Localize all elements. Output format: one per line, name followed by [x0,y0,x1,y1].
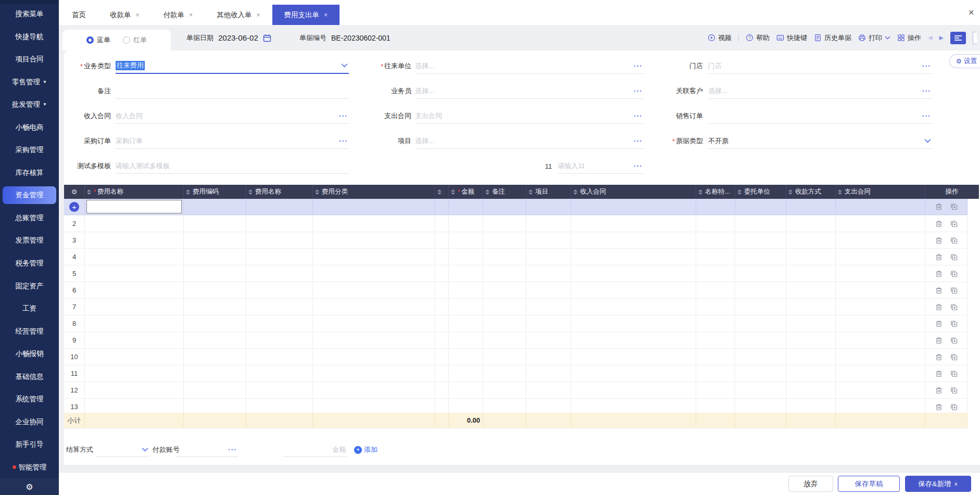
cell[interactable] [786,349,836,365]
cell[interactable] [449,315,483,332]
cell[interactable] [571,265,696,282]
cell[interactable] [571,299,696,315]
tab-首页[interactable]: 首页 [60,5,98,25]
delete-row-icon[interactable] [935,253,943,261]
calendar-icon[interactable] [263,34,271,42]
cell[interactable] [85,315,184,332]
delete-row-icon[interactable] [935,353,943,361]
sort-icon[interactable] [315,189,319,195]
table-row[interactable]: 2 [64,215,968,232]
sort-icon[interactable] [838,189,842,195]
cell[interactable] [836,315,925,332]
cell[interactable] [483,265,526,282]
cell[interactable] [313,282,435,298]
cell[interactable] [735,215,786,232]
toolbar-play-circle[interactable]: 视频 [708,33,732,43]
sort-icon[interactable] [573,189,577,195]
cell[interactable] [313,399,435,413]
cell[interactable] [483,232,526,248]
cell[interactable] [696,332,735,348]
invoice-type-select[interactable]: 不开票 [708,133,932,149]
cell[interactable] [836,299,925,315]
cell[interactable] [735,232,786,248]
sidebar-item[interactable]: 固定资产 [0,277,59,295]
cell[interactable] [449,332,483,348]
sidebar-item[interactable]: 经营管理 [0,323,59,340]
multi-template-input[interactable]: 请输入测试多模板 [116,158,349,174]
table-row[interactable]: 4 [64,249,968,265]
cell[interactable] [246,282,313,298]
cell[interactable] [526,382,571,398]
cell[interactable] [735,265,786,282]
cell[interactable] [735,332,786,348]
sort-icon[interactable] [437,189,442,195]
cell[interactable] [483,382,526,398]
cell[interactable] [836,399,925,413]
cell[interactable] [435,382,449,398]
tab-付款单[interactable]: 付款单× [152,5,205,25]
cell[interactable] [313,332,435,348]
cell[interactable] [435,399,449,413]
cell[interactable] [526,315,571,332]
cell[interactable] [571,399,696,413]
col-header-payment-method[interactable]: 收款方式 [786,185,836,199]
cell[interactable] [313,315,435,332]
cell[interactable] [735,299,786,315]
tab-close-icon[interactable]: × [136,11,140,19]
cell[interactable] [526,399,571,413]
cell[interactable] [735,365,786,382]
cell[interactable] [696,365,735,382]
cell[interactable] [435,315,449,332]
sidebar-item[interactable]: 项目合同 [0,50,59,68]
cell[interactable] [735,315,786,332]
sort-icon[interactable] [248,189,253,195]
sort-icon[interactable] [87,189,91,195]
cell[interactable] [184,349,246,365]
cell[interactable] [246,315,313,332]
toolbar-question-circle[interactable]: ?帮助 [746,33,770,43]
cell[interactable] [836,249,925,265]
copy-row-icon[interactable] [950,253,958,261]
cell[interactable] [483,349,526,365]
toolbar-history-doc[interactable]: 历史单据 [814,33,851,43]
delete-row-icon[interactable] [935,237,943,244]
cell[interactable] [483,299,526,315]
cell[interactable] [526,349,571,365]
sales-order-input[interactable]: ··· [708,108,932,124]
ellipsis-picker-icon[interactable]: ··· [634,162,643,170]
cell[interactable] [313,349,435,365]
cell[interactable] [246,265,313,282]
delete-row-icon[interactable] [935,370,943,377]
copy-row-icon[interactable] [950,353,958,361]
ellipsis-picker-icon[interactable]: ··· [922,112,931,120]
cell[interactable] [836,282,925,298]
cell[interactable] [696,299,735,315]
cell[interactable] [696,315,735,332]
cell[interactable] [85,349,184,365]
table-row[interactable]: 10 [64,349,968,365]
col-header-entrusted-unit[interactable]: 委托单位 [735,185,786,199]
cell[interactable] [246,249,313,265]
tab-close-icon[interactable]: × [257,11,260,19]
cell[interactable] [85,215,184,232]
purchase-order-input[interactable]: 采购订单 ··· [116,133,349,149]
sort-icon[interactable] [698,189,702,195]
copy-row-icon[interactable] [950,237,958,244]
income-contract-input[interactable]: 收入合同 ··· [116,108,349,124]
table-row[interactable]: 9 [64,332,968,349]
cell[interactable] [435,232,449,248]
cell[interactable] [246,232,313,248]
payment-amount-input[interactable]: 金额 [283,442,348,457]
col-header-project[interactable]: 项目 [526,185,571,199]
cell[interactable] [85,399,184,413]
sidebar-item[interactable]: 搜索菜单 [0,5,59,23]
table-row[interactable]: 12 [64,382,968,399]
cell[interactable] [571,349,696,365]
cell[interactable] [313,215,435,232]
cell[interactable] [735,349,786,365]
cell[interactable] [85,332,184,348]
chevron-down-icon[interactable] [924,138,931,143]
cell[interactable] [435,332,449,348]
cell[interactable] [696,232,735,248]
table-row[interactable]: 3 [64,232,968,249]
